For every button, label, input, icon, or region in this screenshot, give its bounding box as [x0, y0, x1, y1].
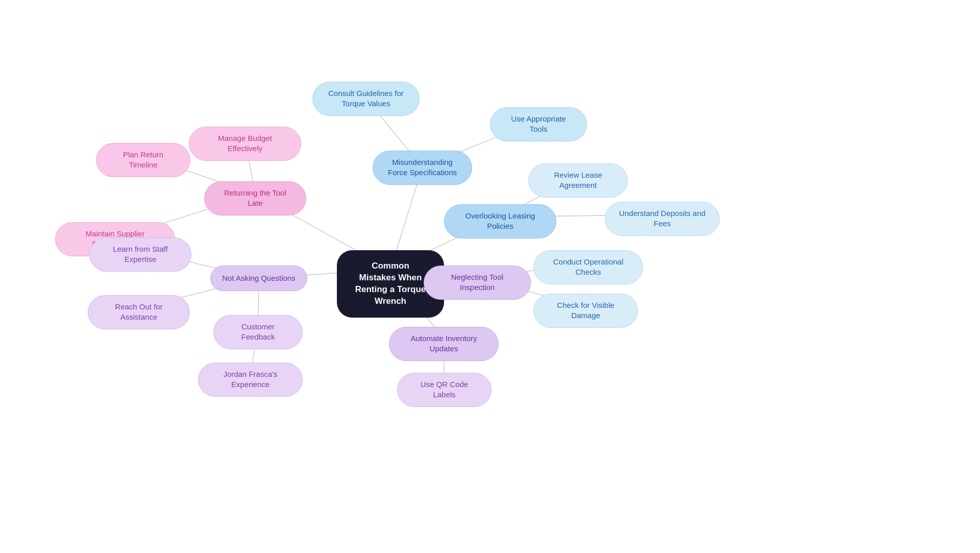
node-use-appropriate: Use Appropriate Tools: [490, 107, 587, 141]
node-not-asking: Not Asking Questions: [210, 266, 307, 291]
node-neglecting: Neglecting Tool Inspection: [424, 266, 531, 300]
node-plan-return: Plan Return Timeline: [96, 143, 190, 177]
node-jordan: Jordan Frasca's Experience: [198, 363, 303, 397]
node-returning: Returning the Tool Late: [204, 181, 306, 215]
node-manage-budget: Manage Budget Effectively: [189, 127, 301, 161]
node-understand-deposits: Understand Deposits and Fees: [605, 202, 720, 236]
node-qr-code: Use QR Code Labels: [397, 373, 492, 407]
node-review-lease: Review Lease Agreement: [528, 163, 628, 198]
node-check-damage: Check for Visible Damage: [533, 294, 638, 328]
node-misunderstanding: Misunderstanding Force Specifications: [373, 151, 472, 185]
node-learn-staff: Learn from Staff Expertise: [89, 237, 191, 272]
node-reach-out: Reach Out for Assistance: [88, 295, 190, 329]
node-automate: Automate Inventory Updates: [389, 327, 499, 361]
node-conduct-checks: Conduct Operational Checks: [533, 250, 643, 284]
node-customer-feedback: Customer Feedback: [213, 315, 303, 349]
node-overlooking: Overlooking Leasing Policies: [444, 204, 556, 238]
node-consult-guidelines: Consult Guidelines for Torque Values: [312, 82, 420, 116]
